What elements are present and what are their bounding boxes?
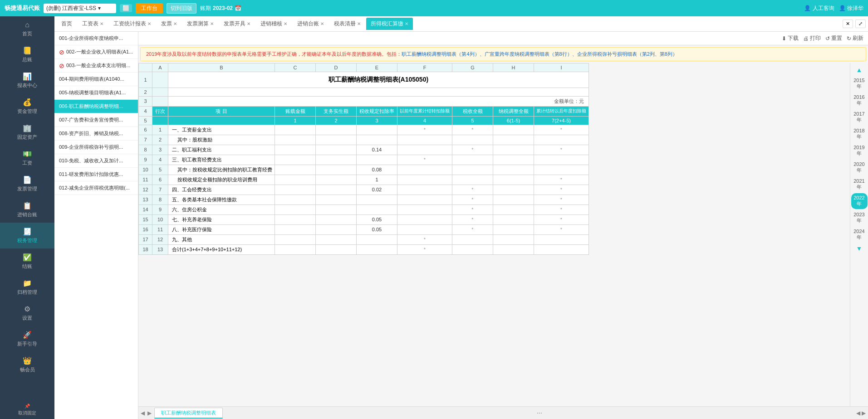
col-header-c1: 账载金额 <box>275 106 316 116</box>
col-header-item: 项 目 <box>168 106 275 116</box>
download-icon: ⬇ <box>782 35 786 42</box>
year-item-2022[interactable]: 2022年 <box>851 193 868 209</box>
calendar-icon[interactable]: 📅 <box>235 5 241 11</box>
scroll-right-icon[interactable]: ▶ <box>147 410 152 416</box>
user-name[interactable]: 👤 徐泽华 <box>839 5 863 12</box>
service-label[interactable]: 👤 人工客询 <box>804 5 834 12</box>
year-item-2019[interactable]: 2019年 <box>851 143 868 159</box>
download-button[interactable]: ⬇ 下载 <box>782 34 799 42</box>
error-indicator: ⊘ <box>59 63 64 69</box>
work-tab-button[interactable]: 工作台 <box>136 3 163 14</box>
tab-close-icon[interactable]: ✕ <box>210 21 214 26</box>
sidebar-item-ledger[interactable]: 📒 总账 <box>0 42 54 68</box>
year-item-2018[interactable]: 2018年 <box>851 126 868 142</box>
col-header-c5: 税收全额 <box>452 106 493 116</box>
sidebar-item-salary[interactable]: 💵 工资 <box>0 145 54 171</box>
tab-invoice[interactable]: 发票 ✕ <box>157 18 181 30</box>
tab-purchase-ledger[interactable]: 进销台账 ✕ <box>293 18 329 30</box>
switch-version-button[interactable]: 切到旧版 <box>167 3 196 14</box>
form-list-item-005[interactable]: 005-纳税调整项目明细表(A1... <box>54 86 138 100</box>
sales-icon: 📋 <box>23 201 32 210</box>
form-list-item-007[interactable]: 007-广告费和业务宣传费明... <box>54 113 138 127</box>
year-item-2017[interactable]: 2017年 <box>851 109 868 125</box>
table-scroll[interactable]: A B C D E F G H I <box>138 63 850 407</box>
col-header-E: E <box>357 63 397 72</box>
tab-expand-btn[interactable]: ⤢ <box>855 19 866 28</box>
notice-text: 2019年度涉及取以前年度结转数据的申报表单元格需要手工维护正确，才能确证本年及… <box>146 51 677 57</box>
form-list-item-008[interactable]: 008-资产折旧、摊销及纳税... <box>54 127 138 141</box>
sidebar-item-assets[interactable]: 💰 资金管理 <box>0 93 54 119</box>
form-list-item-012[interactable]: 012-减免企业所得税优惠明细(... <box>54 181 138 195</box>
sidebar-item-settings[interactable]: ⚙ 设置 <box>0 300 54 326</box>
sidebar-cancel-pin[interactable]: 📌 取消固定 <box>0 401 54 419</box>
tab-close-icon[interactable]: ✕ <box>247 21 250 26</box>
tab-close-icon[interactable]: ✕ <box>357 21 361 26</box>
company-selector[interactable]: (勿删) 江西睿宝-LSS ▾ <box>44 4 116 13</box>
form-item-label: 006-职工薪酬纳税调整明细... <box>59 103 123 110</box>
sidebar-item-guide[interactable]: 🚀 新手引导 <box>0 326 54 352</box>
sidebar-item-invoice[interactable]: 📄 发票管理 <box>0 171 54 197</box>
scroll-left-icon[interactable]: ◀ <box>141 410 145 416</box>
form-item-label: 003-一般企业成本支出明细... <box>66 62 130 69</box>
tab-purchase-verify[interactable]: 进销稽核 ✕ <box>256 18 292 30</box>
year-item-2015[interactable]: 2015年 <box>851 76 868 92</box>
sidebar-item-archive[interactable]: 📁 归档管理 <box>0 274 54 300</box>
salary-icon: 💵 <box>23 150 32 158</box>
year-item-2024[interactable]: 2024年 <box>851 227 868 243</box>
sidebar-item-tax[interactable]: 🧾 税务管理 <box>0 223 54 248</box>
year-item-2023[interactable]: 2023年 <box>851 210 868 226</box>
reset-button[interactable]: ↺ 重置 <box>825 34 842 42</box>
settings-icon: ⚙ <box>24 305 30 313</box>
form-list-item-001[interactable]: 001-企业所得税年度纳税申... <box>54 32 138 45</box>
sheet-title: 职工薪酬纳税调整明细表(A105050) <box>168 72 589 88</box>
tab-close-icon[interactable]: ✕ <box>147 21 151 26</box>
tab-income-tax[interactable]: 所得税汇算缴 ✕ <box>366 18 413 30</box>
form-list-item-002[interactable]: ⊘ 002-一般企业收入明细表(A1... <box>54 45 138 59</box>
tab-close-icon[interactable]: ✕ <box>173 21 177 26</box>
year-item-2021[interactable]: 2021年 <box>851 176 868 192</box>
year-nav-down[interactable]: ▼ <box>855 244 864 253</box>
tab-tax-clear[interactable]: 税表清册 ✕ <box>329 18 365 30</box>
year-item-2016[interactable]: 2016年 <box>851 93 868 108</box>
year-item-2020[interactable]: 2020年 <box>851 160 868 175</box>
tax-icon: 🧾 <box>23 227 32 236</box>
print-button[interactable]: 🖨 打印 <box>803 34 821 42</box>
table-row: 1 职工薪酬纳税调整明细表(A105050) <box>139 72 589 88</box>
tab-salary-stat[interactable]: 工资统计报表 ✕ <box>109 18 156 30</box>
year-nav-up[interactable]: ▲ <box>855 65 864 75</box>
form-list-item-010[interactable]: 010-免税、减收收入及加计... <box>54 154 138 168</box>
cell-A3[interactable] <box>152 96 168 106</box>
tab-close-icon[interactable]: ✕ <box>284 21 287 26</box>
tab-close-icon[interactable]: ✕ <box>405 21 408 26</box>
sheet-more-btn[interactable]: ⋯ <box>537 410 542 416</box>
sidebar-item-sales[interactable]: 📋 进销台账 <box>0 197 54 223</box>
form-list-item-004[interactable]: 004-期间费用明细表(A1040... <box>54 73 138 86</box>
sidebar-item-fixed-assets[interactable]: 🏢 固定资产 <box>0 119 54 145</box>
sidebar-item-home[interactable]: ⌂ 首页 <box>0 16 54 42</box>
form-list-item-011[interactable]: 011-研发费用加计扣除优惠... <box>54 168 138 181</box>
sidebar-item-reports[interactable]: 📊 报表中心 <box>0 68 54 93</box>
copy-btn[interactable]: ⬜ <box>120 4 132 12</box>
sidebar-item-member[interactable]: 👑 畅会员 <box>0 352 54 378</box>
cell-empty[interactable] <box>168 88 589 96</box>
tab-salary-table[interactable]: 工资表 ✕ <box>78 18 108 30</box>
tab-close-icon[interactable]: ✕ <box>320 21 324 26</box>
tab-home[interactable]: 首页 <box>57 18 77 30</box>
tab-invoice-open[interactable]: 发票开具 ✕ <box>219 18 255 30</box>
sidebar-item-label: 固定资产 <box>17 134 37 141</box>
sheet-tab-main[interactable]: 职工薪酬纳税调整明细表 <box>154 408 223 419</box>
form-list-item-006[interactable]: 006-职工薪酬纳税调整明细... <box>54 100 138 113</box>
tab-close-all-btn[interactable]: ✕ <box>843 19 853 28</box>
tab-close-icon[interactable]: ✕ <box>100 21 103 26</box>
table-row: 14 9 六、住房公积金 * * <box>139 205 589 214</box>
refresh-button[interactable]: ↻ 刷新 <box>847 34 863 42</box>
form-list-item-009[interactable]: 009-企业所得税弥补亏损明... <box>54 141 138 154</box>
sidebar-item-settle[interactable]: ✅ 结账 <box>0 248 54 274</box>
cell-A1[interactable] <box>152 72 168 88</box>
scroll-right-sheet[interactable]: ◀ ▶ <box>856 410 866 416</box>
table-row: 16 11 八、补充医疗保险 0.05 * * <box>139 224 589 234</box>
col-header-c4: 以前年度累计结转扣除额 <box>397 106 452 116</box>
tab-invoice-calc[interactable]: 发票测算 ✕ <box>182 18 218 30</box>
cell-A2[interactable] <box>152 88 168 96</box>
form-list-item-003[interactable]: ⊘ 003-一般企业成本支出明细... <box>54 59 138 73</box>
